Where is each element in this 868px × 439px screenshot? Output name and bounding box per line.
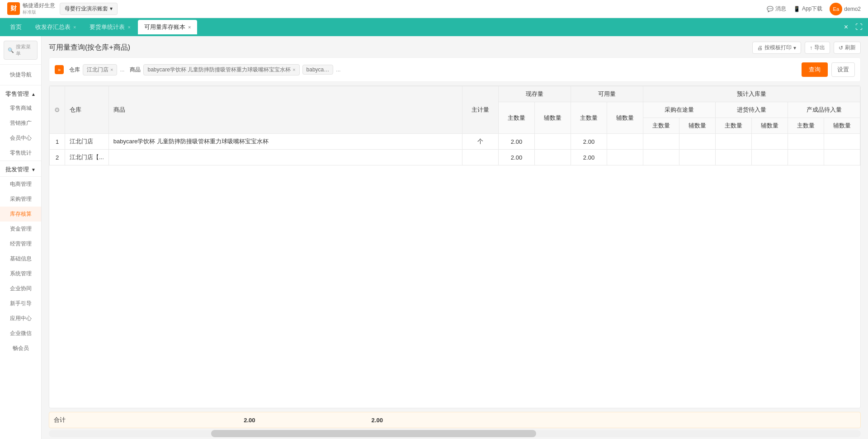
warehouse-tag-close-icon[interactable]: × — [110, 67, 113, 72]
sidebar-section-retail-header[interactable]: 零售管理 ▲ — [0, 85, 41, 101]
tab-available-stock[interactable]: 可用量库存账本 × — [138, 20, 197, 34]
footer-values: 2.00 2.00 — [90, 417, 856, 424]
cell-avail-aux — [607, 134, 643, 150]
col-stock-group-header: 现存量 — [499, 86, 571, 102]
query-btn[interactable]: 查询 — [802, 62, 828, 77]
cell-incoming-aux — [752, 150, 788, 165]
product-tag-1-close-icon[interactable]: × — [292, 67, 295, 72]
sidebar-item-finance[interactable]: 资金管理 — [0, 222, 41, 236]
warehouse-more-dots[interactable]: ... — [120, 66, 124, 73]
col-incoming-main-header: 主数量 — [716, 118, 752, 134]
sidebar-item-operations[interactable]: 经营管理 — [0, 236, 41, 251]
export-icon: ↑ — [810, 45, 812, 51]
col-purchase-group-header: 采购在途量 — [643, 102, 716, 118]
close-receive-summary-icon[interactable]: × — [73, 24, 76, 30]
close-all-icon[interactable]: × — [842, 21, 850, 33]
close-available-stock-icon[interactable]: × — [188, 24, 191, 30]
cell-product-aux — [824, 134, 860, 150]
sidebar-item-newbie[interactable]: 新手引导 — [0, 296, 41, 311]
expand-icon: » — [58, 67, 61, 72]
table-container: ⚙ 仓库 商品 主计量 现存量 可用量 预计入库量 主数量 辅数量 主数量 辅数… — [49, 85, 861, 408]
gear-icon[interactable]: ⚙ — [54, 106, 60, 113]
close-order-stats-icon[interactable]: × — [127, 24, 130, 30]
footer-purchase-aux — [537, 417, 600, 424]
tab-bar-actions: × ⛶ — [842, 21, 864, 33]
settings-btn[interactable]: 设置 — [831, 62, 855, 77]
page-title: 可用量查询(按仓库+商品) — [49, 43, 130, 52]
col-purchase-aux-header: 辅数量 — [679, 118, 716, 134]
col-purchase-main-header: 主数量 — [643, 118, 679, 134]
refresh-icon: ↺ — [839, 45, 843, 51]
cell-unit — [462, 150, 499, 165]
sidebar-item-retail-mall[interactable]: 零售商城 — [0, 101, 41, 116]
header-right: 💬 消息 📱 App下载 Ea demo2 — [767, 3, 861, 15]
cell-stock-main: 2.00 — [499, 150, 535, 165]
cell-avail-aux — [607, 150, 643, 165]
cell-index: 2 — [50, 150, 65, 165]
sidebar-item-app-center[interactable]: 应用中心 — [0, 311, 41, 326]
export-btn[interactable]: ↑ 导出 — [805, 42, 830, 54]
footer-stock-aux — [282, 417, 345, 424]
sidebar-item-member-vip[interactable]: 畅会员 — [0, 341, 41, 356]
logo-area: 财 畅捷通好生意 标准版 — [7, 2, 55, 15]
sidebar-item-system[interactable]: 系统管理 — [0, 266, 41, 281]
table-footer: 合计 2.00 2.00 — [49, 412, 861, 428]
cell-index: 1 — [50, 134, 65, 150]
message-label: 消息 — [775, 5, 786, 13]
chevron-down-icon: ▼ — [31, 167, 36, 172]
print-icon: 🖨 — [757, 45, 763, 51]
cell-incoming-main — [716, 134, 752, 150]
tab-available-stock-label: 可用量库存账本 — [144, 23, 185, 31]
search-menu-btn[interactable]: 🔍 搜索菜单 — [4, 41, 38, 60]
sidebar-section-retail-label: 零售管理 — [5, 90, 29, 98]
refresh-btn[interactable]: ↺ 刷新 — [834, 42, 861, 54]
maximize-icon[interactable]: ⛶ — [854, 21, 864, 33]
scrollbar-thumb[interactable] — [211, 430, 536, 437]
warehouse-tag[interactable]: 江北门店 × — [83, 64, 117, 76]
table-row: 1 江北门店 babycare学饮杯 儿童防摔防撞吸管杯重力球吸嘴杯宝宝水杯 个… — [50, 134, 860, 150]
horizontal-scrollbar[interactable] — [49, 430, 861, 437]
main-layout: 🔍 搜索菜单 快捷导航 零售管理 ▲ 零售商城 营销推广 会员中心 零售统计 批… — [0, 36, 868, 439]
phone-icon: 📱 — [793, 6, 800, 12]
print-btn[interactable]: 🖨 按模板打印 ▾ — [752, 42, 801, 54]
header-left: 财 畅捷通好生意 标准版 母婴行业演示账套 ▾ — [7, 2, 118, 15]
download-btn[interactable]: 📱 App下载 — [793, 5, 822, 13]
product-more-dots[interactable]: ... — [336, 66, 340, 73]
refresh-label: 刷新 — [845, 44, 856, 52]
sidebar-section-wholesale: 批发管理 ▼ — [0, 161, 41, 177]
sidebar-item-enterprise[interactable]: 企业协同 — [0, 281, 41, 296]
cell-warehouse: 江北门店【... — [65, 150, 109, 165]
cell-avail-main: 2.00 — [571, 134, 607, 150]
chevron-down-icon: ▾ — [793, 45, 796, 51]
cell-purchase-aux — [679, 134, 716, 150]
user-area[interactable]: Ea demo2 — [830, 3, 861, 15]
sidebar-item-retail-stats[interactable]: 零售统计 — [0, 146, 41, 160]
tab-home[interactable]: 首页 — [4, 20, 28, 34]
footer-incoming-aux — [665, 417, 728, 424]
cell-stock-aux — [535, 134, 571, 150]
sidebar-item-basic-info[interactable]: 基础信息 — [0, 251, 41, 266]
filter-expand-btn[interactable]: » — [55, 65, 64, 74]
cell-product-aux — [824, 150, 860, 165]
sidebar-section-wholesale-header[interactable]: 批发管理 ▼ — [0, 161, 41, 176]
footer-product-aux — [792, 417, 856, 424]
sidebar-nav: 快捷导航 — [0, 65, 41, 85]
tab-bar: 首页 收发存汇总表 × 要货单统计表 × 可用量库存账本 × × ⛶ — [0, 18, 868, 36]
tab-order-stats[interactable]: 要货单统计表 × — [83, 20, 137, 34]
content-area: 可用量查询(按仓库+商品) 🖨 按模板打印 ▾ ↑ 导出 ↺ 刷新 — [42, 36, 868, 439]
sidebar-item-inventory[interactable]: 库存核算 — [0, 207, 41, 222]
message-btn[interactable]: 💬 消息 — [767, 5, 786, 13]
sidebar-item-wechat[interactable]: 企业微信 — [0, 326, 41, 341]
product-tag-1[interactable]: babycare学饮杯 儿童防摔防撞吸管杯重力球吸嘴杯宝宝水杯 × — [143, 64, 299, 76]
cell-purchase-aux — [679, 150, 716, 165]
download-label: App下载 — [802, 5, 822, 13]
industry-select[interactable]: 母婴行业演示账套 ▾ — [60, 3, 118, 15]
cell-purchase-main — [643, 134, 679, 150]
tab-receive-summary[interactable]: 收发存汇总表 × — [29, 20, 82, 34]
sidebar-item-purchase[interactable]: 采购管理 — [0, 192, 41, 207]
sidebar-item-members[interactable]: 会员中心 — [0, 131, 41, 146]
sidebar-item-ecommerce[interactable]: 电商管理 — [0, 177, 41, 192]
sidebar-item-marketing[interactable]: 营销推广 — [0, 116, 41, 131]
sidebar-item-quicknav[interactable]: 快捷导航 — [0, 67, 41, 82]
product-tag-2[interactable]: babyca… — [302, 65, 334, 75]
